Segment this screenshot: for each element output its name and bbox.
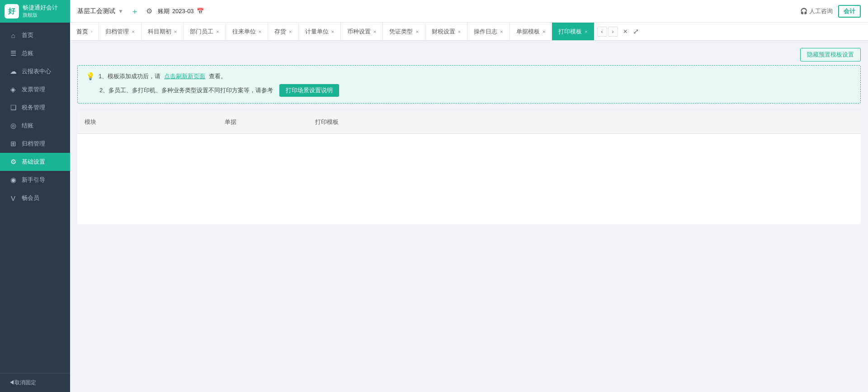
hide-template-btn-container: 隐藏预置模板设置: [77, 48, 861, 61]
tab-operation-log-close-icon[interactable]: ×: [500, 29, 503, 34]
tabs-nav-buttons: ‹ ›: [594, 27, 621, 37]
tab-currency[interactable]: 币种设置 ×: [341, 23, 383, 40]
sidebar-item-invoice-label: 发票管理: [22, 85, 45, 94]
sidebar-item-archive[interactable]: ⊞ 归档管理: [0, 135, 70, 153]
company-name: 基层工会测试: [77, 7, 115, 15]
tab-voucher-type-close-icon[interactable]: ×: [415, 29, 418, 34]
sidebar-item-reports[interactable]: ☁ 云报表中心: [0, 62, 70, 80]
tab-voucher-type[interactable]: 凭证类型 ×: [383, 23, 425, 40]
close-all-tabs-button[interactable]: ×: [621, 28, 630, 36]
sidebar-item-settings[interactable]: ⚙ 基础设置: [0, 153, 70, 171]
tab-home-breadcrumb-icon: ›: [91, 29, 92, 34]
unpin-button[interactable]: ◀取消固定: [0, 373, 70, 392]
print-template-table: 模块 单据 打印模板: [77, 111, 861, 224]
settings-icon: ⚙: [9, 158, 17, 166]
reports-icon: ☁: [9, 67, 17, 76]
tab-single-template-close-icon[interactable]: ×: [542, 29, 545, 34]
tab-print-template-close-icon[interactable]: ×: [585, 29, 587, 34]
tabs-next-button[interactable]: ›: [608, 27, 618, 37]
calendar-icon[interactable]: 📅: [197, 8, 204, 14]
add-tab-button[interactable]: ＋: [129, 6, 141, 17]
sidebar-item-close[interactable]: ◎ 结账: [0, 117, 70, 135]
home-icon: ⌂: [9, 32, 17, 39]
col-header-template: 打印模板: [308, 115, 861, 129]
main-area: 基层工会测试 ▼ ＋ ⚙ 账期 2023-03 📅 🎧 人工咨询 会计 首页 ›…: [70, 0, 868, 392]
tab-single-template[interactable]: 单据模板 ×: [510, 23, 552, 40]
tab-department[interactable]: 部门员工 ×: [184, 23, 226, 40]
tab-home-label: 首页: [76, 28, 88, 36]
sidebar-item-guide-label: 新手引导: [22, 176, 45, 184]
expand-tabs-button[interactable]: ⤢: [630, 27, 642, 36]
topbar-right: 🎧 人工咨询 会计: [800, 5, 861, 18]
tab-currency-close-icon[interactable]: ×: [373, 29, 376, 34]
col-header-single: 单据: [217, 115, 308, 129]
logo-title: 畅捷通好会计: [23, 4, 58, 12]
period-value: 2023-03: [172, 8, 194, 14]
kuaiji-button[interactable]: 会计: [838, 5, 861, 18]
sidebar-item-settings-label: 基础设置: [22, 158, 45, 166]
tax-icon: ❑: [9, 104, 17, 112]
unpin-label: ◀取消固定: [9, 379, 36, 387]
print-scene-button[interactable]: 打印场景设置说明: [279, 84, 339, 97]
tab-partner-close-icon[interactable]: ×: [259, 29, 261, 34]
table-header: 模块 单据 打印模板: [77, 111, 861, 134]
bulb-icon: 💡: [86, 72, 95, 80]
sidebar-item-member[interactable]: V 畅会员: [0, 189, 70, 207]
notice-refresh-link[interactable]: 点击刷新新页面: [164, 72, 205, 80]
tabs-prev-button[interactable]: ‹: [597, 27, 607, 37]
hide-preset-template-button[interactable]: 隐藏预置模板设置: [800, 48, 861, 61]
tab-department-label: 部门员工: [190, 28, 213, 36]
company-selector[interactable]: 基层工会测试 ▼: [77, 7, 123, 15]
archive-icon: ⊞: [9, 140, 17, 148]
tab-unit-label: 计量单位: [305, 28, 329, 36]
tab-unit[interactable]: 计量单位 ×: [299, 23, 341, 40]
logo-text-container: 畅捷通好会计 旗舰版: [23, 4, 58, 19]
sidebar-item-invoice[interactable]: ◈ 发票管理: [0, 80, 70, 99]
tab-home[interactable]: 首页 ›: [70, 23, 99, 40]
sidebar-item-ledger-label: 总账: [22, 49, 33, 57]
topbar: 基层工会测试 ▼ ＋ ⚙ 账期 2023-03 📅 🎧 人工咨询 会计: [70, 0, 868, 23]
sidebar-item-close-label: 结账: [22, 122, 33, 130]
tab-department-close-icon[interactable]: ×: [216, 29, 219, 34]
sidebar: 好 畅捷通好会计 旗舰版 ⌂ 首页 ☰ 总账 ☁ 云报表中心 ◈ 发票管理 ❑ …: [0, 0, 70, 392]
tab-tax-settings-close-icon[interactable]: ×: [458, 29, 461, 34]
period-display: 账期 2023-03 📅: [158, 7, 204, 15]
sidebar-logo: 好 畅捷通好会计 旗舰版: [0, 0, 70, 23]
sidebar-item-guide[interactable]: ◉ 新手引导: [0, 171, 70, 189]
tab-subject[interactable]: 科目期初 ×: [142, 23, 184, 40]
notice-row-1: 💡 1、模板添加成功后，请 点击刷新新页面 查看。: [86, 72, 852, 80]
tab-partner[interactable]: 往来单位 ×: [226, 23, 268, 40]
tab-operation-log[interactable]: 操作日志 ×: [467, 23, 509, 40]
headset-icon: 🎧: [800, 8, 807, 14]
tab-print-template[interactable]: 打印模板 ×: [552, 23, 594, 40]
tab-inventory-close-icon[interactable]: ×: [289, 29, 292, 34]
tab-archive-mgmt[interactable]: 归档管理 ×: [99, 23, 141, 40]
table-body-empty: [77, 134, 861, 224]
service-label: 人工咨询: [809, 7, 833, 15]
sidebar-nav: ⌂ 首页 ☰ 总账 ☁ 云报表中心 ◈ 发票管理 ❑ 税务管理 ◎ 结账 ⊞ 归…: [0, 23, 70, 373]
tab-voucher-type-label: 凭证类型: [389, 28, 413, 36]
sidebar-item-tax[interactable]: ❑ 税务管理: [0, 99, 70, 117]
tab-archive-mgmt-label: 归档管理: [105, 28, 129, 36]
sidebar-item-home[interactable]: ⌂ 首页: [0, 26, 70, 44]
logo-icon: 好: [5, 4, 19, 19]
guide-icon: ◉: [9, 176, 17, 184]
tab-archive-mgmt-close-icon[interactable]: ×: [132, 29, 134, 34]
invoice-icon: ◈: [9, 85, 17, 94]
tab-inventory[interactable]: 存货 ×: [268, 23, 298, 40]
tab-unit-close-icon[interactable]: ×: [331, 29, 334, 34]
service-button[interactable]: 🎧 人工咨询: [800, 7, 833, 15]
logo-sub: 旗舰版: [23, 12, 58, 19]
notice-box: 💡 1、模板添加成功后，请 点击刷新新页面 查看。 2、多员工、多打印机、多种业…: [77, 65, 861, 104]
tab-tax-settings[interactable]: 财税设置 ×: [425, 23, 467, 40]
period-label: 账期: [158, 7, 170, 15]
sidebar-item-ledger[interactable]: ☰ 总账: [0, 44, 70, 62]
tab-subject-close-icon[interactable]: ×: [174, 29, 177, 34]
company-arrow-icon: ▼: [118, 8, 123, 14]
member-icon: V: [9, 194, 17, 202]
content-area: 隐藏预置模板设置 💡 1、模板添加成功后，请 点击刷新新页面 查看。 2、多员工…: [70, 41, 868, 392]
tab-single-template-label: 单据模板: [516, 28, 540, 36]
settings-gear-icon[interactable]: ⚙: [146, 7, 152, 15]
col-header-module: 模块: [77, 115, 217, 129]
tab-inventory-label: 存货: [274, 28, 286, 36]
